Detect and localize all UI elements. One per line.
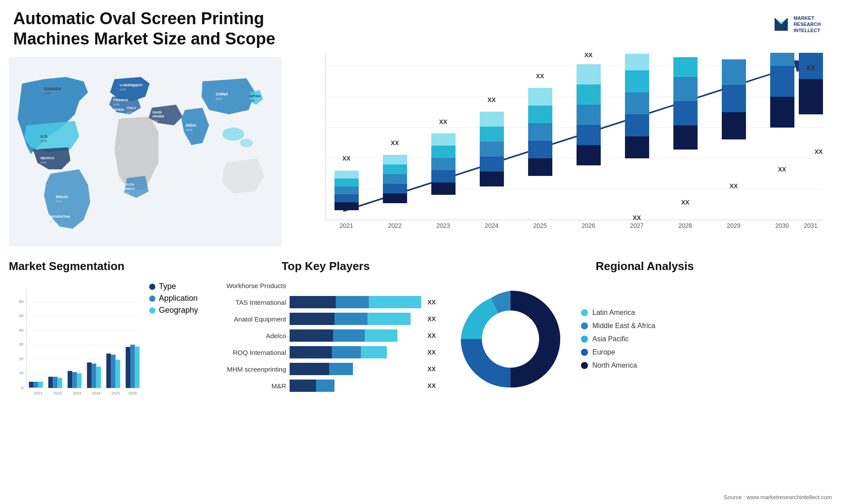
svg-rect-49 xyxy=(334,179,359,186)
svg-text:xx%: xx% xyxy=(40,161,46,164)
svg-text:SAUDI: SAUDI xyxy=(152,111,162,114)
svg-text:2029: 2029 xyxy=(727,222,740,229)
legend-application: Application xyxy=(149,294,198,303)
type-dot xyxy=(149,284,155,290)
svg-text:xx%: xx% xyxy=(216,97,222,101)
svg-text:XX: XX xyxy=(584,51,593,58)
svg-rect-69 xyxy=(480,142,504,157)
svg-text:2025: 2025 xyxy=(533,222,547,229)
svg-rect-62 xyxy=(431,158,456,170)
geography-dot xyxy=(149,307,155,314)
svg-rect-140 xyxy=(72,372,77,388)
segmentation-section: Market Segmentation 0 10 20 30 40 50 60 xyxy=(9,259,198,488)
svg-text:2026: 2026 xyxy=(129,391,137,395)
player-name-workhorse: Workhorse Products xyxy=(216,282,286,289)
player-xx-adelco: XX xyxy=(427,332,436,339)
svg-rect-75 xyxy=(528,141,552,158)
svg-text:XX: XX xyxy=(778,166,786,173)
svg-rect-153 xyxy=(135,347,140,388)
donut-chart xyxy=(453,282,568,396)
player-name-mhm: MHM screenprinting xyxy=(216,365,286,373)
application-dot xyxy=(149,296,155,302)
svg-rect-107 xyxy=(799,79,823,114)
svg-text:2021: 2021 xyxy=(34,391,43,395)
svg-text:2030: 2030 xyxy=(775,222,789,229)
legend-asia-pacific-label: Asia Pacific xyxy=(592,335,629,343)
player-row-mr: M&R XX xyxy=(216,380,436,392)
legend-latin-america-label: Latin America xyxy=(592,309,635,317)
svg-rect-97 xyxy=(673,57,698,77)
player-xx-roq: XX xyxy=(427,349,436,356)
svg-rect-50 xyxy=(334,171,359,179)
key-players-title: Top Key Players xyxy=(216,259,436,273)
logo-line3: INTELLECT xyxy=(794,27,821,33)
logo-line1: MARKET xyxy=(794,15,821,21)
growth-chart: XX 2021 XX 2022 XX 2023 xyxy=(299,48,827,255)
svg-rect-54 xyxy=(383,184,407,194)
player-name-tas: TAS International xyxy=(216,299,286,306)
legend-europe: Europe xyxy=(581,348,655,356)
svg-rect-96 xyxy=(673,77,698,101)
svg-text:XX: XX xyxy=(730,183,738,190)
svg-rect-74 xyxy=(528,158,552,176)
svg-text:XX: XX xyxy=(536,73,544,80)
page-title: Automatic Oval Screen Printing Machines … xyxy=(13,9,321,49)
svg-text:SOUTH: SOUTH xyxy=(123,183,134,186)
legend-geography-label: Geography xyxy=(159,306,198,315)
latin-america-dot xyxy=(581,309,588,316)
svg-rect-131 xyxy=(29,382,34,387)
svg-rect-82 xyxy=(577,125,601,145)
player-xx-anatol: XX xyxy=(427,315,436,322)
svg-text:2025: 2025 xyxy=(111,391,120,395)
svg-rect-143 xyxy=(87,362,92,388)
regional-title: Regional Analysis xyxy=(453,259,836,273)
svg-rect-55 xyxy=(383,174,407,184)
middle-east-dot xyxy=(581,322,588,329)
legend-latin-america: Latin America xyxy=(581,309,655,317)
svg-text:30: 30 xyxy=(19,342,24,347)
player-row-adelco: Adelco XX xyxy=(216,329,436,342)
svg-text:xx%: xx% xyxy=(114,112,119,115)
svg-text:JAPAN: JAPAN xyxy=(249,94,261,98)
svg-rect-145 xyxy=(96,367,101,388)
svg-text:XX: XX xyxy=(806,64,816,72)
svg-text:xx%: xx% xyxy=(40,139,47,143)
svg-rect-105 xyxy=(770,53,794,66)
svg-text:2028: 2028 xyxy=(678,222,692,229)
segmentation-title: Market Segmentation xyxy=(9,259,198,273)
logo-line2: RESEARCH xyxy=(794,21,821,27)
svg-rect-104 xyxy=(770,66,794,97)
svg-rect-81 xyxy=(577,145,601,165)
svg-text:INDIA: INDIA xyxy=(186,123,197,128)
logo: MARKET RESEARCH INTELLECT xyxy=(761,9,832,40)
svg-text:XX: XX xyxy=(815,148,823,155)
europe-dot xyxy=(581,349,588,356)
player-bar-adelco xyxy=(290,329,421,342)
svg-rect-94 xyxy=(673,125,698,150)
svg-text:xx%: xx% xyxy=(249,99,254,102)
svg-text:xx%: xx% xyxy=(132,84,138,88)
svg-text:CANADA: CANADA xyxy=(44,87,61,91)
svg-point-36 xyxy=(240,139,253,147)
svg-rect-141 xyxy=(77,373,82,388)
svg-text:2022: 2022 xyxy=(388,222,401,229)
svg-rect-88 xyxy=(625,136,649,158)
legend-application-label: Application xyxy=(159,294,198,303)
svg-rect-144 xyxy=(92,364,96,388)
svg-text:xx%: xx% xyxy=(152,119,158,122)
svg-text:2023: 2023 xyxy=(73,391,81,395)
svg-text:40: 40 xyxy=(19,328,24,332)
svg-point-155 xyxy=(482,310,539,368)
legend-type: Type xyxy=(149,282,198,291)
svg-rect-135 xyxy=(48,377,53,388)
legend-type-label: Type xyxy=(159,282,176,291)
legend-middle-east-label: Middle East & Africa xyxy=(592,322,655,330)
svg-text:2031: 2031 xyxy=(804,222,817,229)
legend-north-america: North America xyxy=(581,362,655,369)
svg-text:xx%: xx% xyxy=(44,91,51,95)
player-xx-mr: XX xyxy=(427,382,436,389)
player-xx-tas: XX xyxy=(427,299,436,306)
svg-rect-83 xyxy=(577,105,601,125)
svg-rect-85 xyxy=(577,64,601,84)
svg-rect-89 xyxy=(625,114,649,136)
